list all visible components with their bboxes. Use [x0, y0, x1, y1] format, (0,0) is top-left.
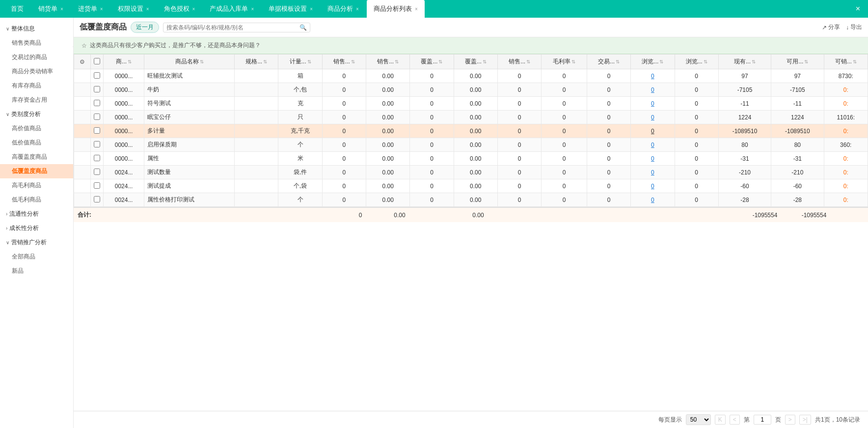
row-browse1[interactable]: 0 [631, 69, 675, 83]
nav-item-permissions[interactable]: 权限设置 × [111, 0, 156, 18]
nav-item-product-analysis-list[interactable]: 商品分析列表 × [367, 0, 425, 18]
row-browse1[interactable]: 0 [631, 124, 675, 138]
row-checkbox[interactable] [94, 86, 100, 92]
row-checkbox[interactable] [94, 196, 100, 202]
nav-item-roles[interactable]: 角色授权 × [157, 0, 202, 18]
row-checkbox-cell[interactable] [90, 111, 103, 124]
sidebar-section-circulation[interactable]: › 流通性分析 [0, 207, 73, 221]
sidebar-item-low-value[interactable]: 低价值商品 [0, 136, 73, 150]
sales-qty-column-header[interactable]: 销售...⇅ [322, 55, 366, 69]
row-checkbox[interactable] [94, 72, 100, 79]
row-browse1[interactable]: 0 [631, 179, 675, 193]
row-checkbox[interactable] [94, 155, 100, 161]
close-icon[interactable]: × [415, 6, 418, 12]
row-browse1[interactable]: 0 [631, 138, 675, 152]
code-column-header[interactable]: 商...⇅ [103, 55, 144, 69]
row-checkbox[interactable] [94, 169, 100, 175]
cover2-column-header[interactable]: 覆盖...⇅ [454, 55, 497, 69]
sales2-column-header[interactable]: 销售...⇅ [497, 55, 541, 69]
export-button[interactable]: ↓ 导出 [846, 23, 862, 31]
close-all-button[interactable]: × [852, 2, 864, 15]
row-browse1[interactable]: 0 [631, 83, 675, 97]
row-checkbox-cell[interactable] [90, 83, 103, 97]
close-icon[interactable]: × [192, 6, 195, 12]
sidebar-item-low-margin[interactable]: 低毛利商品 [0, 193, 73, 207]
row-checkbox-cell[interactable] [90, 179, 103, 193]
close-icon[interactable]: × [60, 6, 63, 12]
row-checkbox[interactable] [94, 141, 100, 147]
checkbox-column-header[interactable] [90, 55, 103, 69]
settings-column-header[interactable]: ⚙ [74, 55, 91, 69]
nav-item-purchase[interactable]: 进货单 × [71, 0, 110, 18]
available-stock-column-header[interactable]: 可用...⇅ [771, 55, 824, 69]
close-icon[interactable]: × [146, 6, 149, 12]
sidebar-item-sales-goods[interactable]: 销售类商品 [0, 36, 73, 50]
row-settings-cell [74, 166, 91, 179]
sidebar-section-growth[interactable]: › 成长性分析 [0, 221, 73, 235]
cover1-column-header[interactable]: 覆盖...⇅ [410, 55, 454, 69]
row-browse1[interactable]: 0 [631, 97, 675, 111]
sidebar-section-overall[interactable]: ∨ 整体信息 [0, 22, 73, 36]
spec-column-header[interactable]: 规格...⇅ [235, 55, 278, 69]
sidebar-item-high-coverage[interactable]: 高覆盖度商品 [0, 150, 73, 164]
close-icon[interactable]: × [100, 6, 103, 12]
nav-item-home[interactable]: 首页 [4, 0, 30, 18]
share-button[interactable]: ↗ 分享 [822, 23, 840, 31]
row-browse2: 0 [675, 179, 718, 193]
per-page-select[interactable]: 50 20 100 200 [686, 414, 711, 425]
first-page-button[interactable]: K [715, 415, 726, 425]
page-number-input[interactable] [754, 415, 771, 425]
filter-period-button[interactable]: 近一月 [131, 22, 159, 33]
row-checkbox-cell[interactable] [90, 193, 103, 207]
sidebar-item-stock-capital[interactable]: 库存资金占用 [0, 93, 73, 107]
row-browse1[interactable]: 0 [631, 193, 675, 207]
search-input[interactable] [166, 24, 298, 31]
nav-item-product-analysis[interactable]: 商品分析 × [321, 0, 366, 18]
row-spec [235, 97, 278, 111]
row-checkbox[interactable] [94, 182, 100, 189]
row-checkbox-cell[interactable] [90, 124, 103, 138]
row-checkbox[interactable] [94, 127, 100, 134]
sidebar-item-low-coverage[interactable]: 低覆盖度商品 [0, 164, 73, 178]
sidebar-item-all-goods[interactable]: 全部商品 [0, 250, 73, 264]
trade-column-header[interactable]: 交易...⇅ [587, 55, 630, 69]
browse2-column-header[interactable]: 浏览...⇅ [675, 55, 718, 69]
close-icon[interactable]: × [310, 6, 313, 12]
row-checkbox[interactable] [94, 114, 100, 120]
sidebar-item-category-rate[interactable]: 商品分类动销率 [0, 64, 73, 79]
search-icon[interactable]: 🔍 [299, 24, 307, 31]
sales-amt-column-header[interactable]: 销售...⇅ [366, 55, 410, 69]
row-browse1[interactable]: 0 [631, 152, 675, 166]
nav-item-template[interactable]: 单据模板设置 × [262, 0, 320, 18]
unit-column-header[interactable]: 计量...⇅ [278, 55, 322, 69]
sidebar-section-category[interactable]: ∨ 类别度分析 [0, 107, 73, 121]
row-browse1[interactable]: 0 [631, 166, 675, 179]
name-column-header[interactable]: 商品名称⇅ [144, 55, 235, 69]
close-icon[interactable]: × [251, 6, 254, 12]
row-checkbox-cell[interactable] [90, 138, 103, 152]
row-checkbox[interactable] [94, 100, 100, 106]
row-browse1[interactable]: 0 [631, 111, 675, 124]
select-all-checkbox[interactable] [94, 58, 100, 64]
sidebar-section-marketing[interactable]: ∨ 营销推广分析 [0, 235, 73, 250]
close-icon[interactable]: × [356, 6, 359, 12]
row-checkbox-cell[interactable] [90, 97, 103, 111]
sidebar-item-stocked-goods[interactable]: 有库存商品 [0, 79, 73, 93]
row-checkbox-cell[interactable] [90, 69, 103, 83]
margin-column-header[interactable]: 毛利率⇅ [542, 55, 587, 69]
current-stock-column-header[interactable]: 现有...⇅ [718, 55, 771, 69]
sidebar-item-traded-goods[interactable]: 交易过的商品 [0, 50, 73, 64]
sidebar-item-new-goods[interactable]: 新品 [0, 264, 73, 278]
sidebar-item-high-margin[interactable]: 高毛利商品 [0, 178, 73, 193]
nav-item-sales[interactable]: 销货单 × [31, 0, 70, 18]
salable-column-header[interactable]: 可销...⇅ [824, 55, 868, 69]
row-checkbox-cell[interactable] [90, 166, 103, 179]
row-checkbox-cell[interactable] [90, 152, 103, 166]
next-page-button[interactable]: > [785, 415, 795, 425]
table-row: 0000... 眠宝公仔 只 0 0.00 0 0.00 0 0 0 0 0 1… [74, 111, 868, 124]
prev-page-button[interactable]: < [730, 415, 740, 425]
nav-item-product-stock[interactable]: 产成品入库单 × [203, 0, 261, 18]
sidebar-item-high-value[interactable]: 高价值商品 [0, 121, 73, 136]
browse1-column-header[interactable]: 浏览...⇅ [631, 55, 675, 69]
last-page-button[interactable]: >| [799, 415, 811, 425]
